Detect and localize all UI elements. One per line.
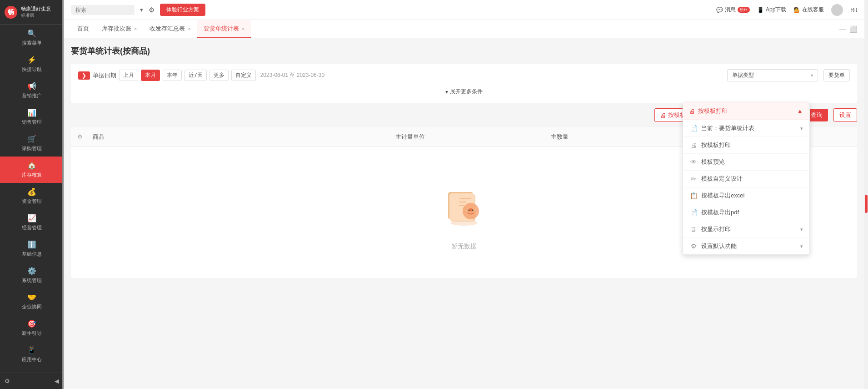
system-icon: ⚙️ bbox=[27, 267, 36, 275]
app-download-button[interactable]: 📱 App下载 bbox=[757, 6, 786, 14]
svg-point-7 bbox=[472, 210, 474, 211]
maximize-window-btn[interactable]: ⬜ bbox=[849, 25, 857, 33]
date-btn-this-year[interactable]: 本年 bbox=[163, 70, 182, 81]
topbar-gear-icon[interactable]: ⚙ bbox=[149, 6, 155, 14]
sidebar-item-operation[interactable]: 📈 经营管理 bbox=[0, 209, 64, 236]
template-print-dropdown: 🖨 按模板打印 ▲ 📄 当前：要货单统计表 ▾ 🖨 按模板打印 👁 模板预览 ✏ bbox=[683, 102, 810, 255]
tab-order-stats[interactable]: 要货单统计表 × bbox=[197, 20, 251, 38]
expand-left-btn[interactable]: ❯ bbox=[78, 71, 90, 80]
inventory-icon: 🏠 bbox=[27, 161, 36, 170]
dropdown-setting-icon: ⚙ bbox=[689, 242, 698, 250]
dropdown-item-template-design[interactable]: ✏ 模板自定义设计 bbox=[683, 171, 809, 187]
dropdown-item-export-pdf[interactable]: 📄 按模板导出pdf bbox=[683, 204, 809, 221]
newbie-icon: 🎯 bbox=[27, 319, 36, 328]
sidebar-item-appstore[interactable]: 📱 应用中心 bbox=[0, 341, 64, 368]
finance-icon: 💰 bbox=[27, 187, 36, 196]
tab-close-order-stats[interactable]: × bbox=[242, 26, 244, 31]
svg-point-6 bbox=[469, 210, 470, 211]
appstore-icon: 📱 bbox=[27, 346, 36, 354]
filter-row-1: ❯ 单据日期 上月 本月 本年 近7天 更多 自定义 2023-06-01 至 … bbox=[78, 69, 850, 81]
dropdown-item-default-setting[interactable]: ⚙ 设置默认功能 ▾ bbox=[683, 238, 809, 254]
settings-footer-icon[interactable]: ⚙ bbox=[5, 378, 10, 384]
date-btn-more[interactable]: 更多 bbox=[210, 70, 229, 81]
basic-icon: ℹ️ bbox=[27, 240, 36, 249]
expand-row: ▾ 展开更多条件 bbox=[78, 86, 850, 97]
page-area: 要货单统计表(按商品) ❯ 单据日期 上月 本月 本年 近7天 更多 自定义 2… bbox=[64, 38, 864, 389]
filter-bar: ❯ 单据日期 上月 本月 本年 近7天 更多 自定义 2023-06-01 至 … bbox=[71, 64, 857, 103]
dropdown-item-export-excel[interactable]: 📋 按模板导出excel bbox=[683, 187, 809, 204]
sidebar-item-system[interactable]: ⚙️ 系统管理 bbox=[0, 262, 64, 288]
dropdown-display-icon: 🖥 bbox=[689, 226, 698, 233]
sidebar-item-purchase[interactable]: 🛒 采购管理 bbox=[0, 130, 64, 157]
minimize-window-btn[interactable]: — bbox=[839, 25, 846, 33]
user-avatar[interactable] bbox=[831, 4, 843, 16]
main-content: ▾ ⚙ 体验行业方案 💬 消息 99+ 📱 App下载 💁 在线客服 Rit 首… bbox=[64, 0, 864, 389]
date-btn-this-month[interactable]: 本月 bbox=[141, 70, 160, 81]
dropdown-preview-icon: 👁 bbox=[689, 158, 698, 166]
dropdown-design-icon: ✏ bbox=[689, 175, 698, 182]
search-icon: 🔍 bbox=[27, 29, 36, 38]
sidebar-item-newbie[interactable]: 🎯 新手引导 bbox=[0, 315, 64, 341]
dropdown-pdf-icon: 📄 bbox=[689, 209, 698, 216]
type-filter-select[interactable]: 单据类型 ▾ bbox=[727, 69, 818, 81]
purchase-icon: 🛒 bbox=[27, 135, 36, 143]
dropdown-setting-arrow: ▾ bbox=[800, 243, 803, 249]
expand-more-btn[interactable]: ▾ 展开更多条件 bbox=[442, 86, 486, 97]
col-unit: 主计量单位 bbox=[392, 133, 547, 141]
dropdown-title: 🖨 按模板打印 bbox=[689, 107, 728, 115]
sidebar-item-sales[interactable]: 📊 销售管理 bbox=[0, 104, 64, 130]
search-input[interactable] bbox=[71, 5, 135, 15]
dropdown-item-template-print[interactable]: 🖨 按模板打印 bbox=[683, 137, 809, 154]
trial-button[interactable]: 体验行业方案 bbox=[160, 4, 205, 16]
type-select-arrow: ▾ bbox=[811, 73, 813, 78]
topbar: ▾ ⚙ 体验行业方案 💬 消息 99+ 📱 App下载 💁 在线客服 Rit bbox=[64, 0, 864, 20]
page-scrollbar[interactable] bbox=[864, 0, 868, 389]
date-range-display: 2023-06-01 至 2023-06-30 bbox=[260, 71, 324, 79]
sidebar-item-search[interactable]: 🔍 搜索菜单 bbox=[0, 25, 64, 51]
message-icon: 💬 bbox=[716, 7, 723, 13]
sidebar-item-basic[interactable]: ℹ️ 基础信息 bbox=[0, 236, 64, 262]
dropdown-collapse-arrow[interactable]: ▲ bbox=[797, 107, 803, 115]
sound-footer-icon[interactable]: ◀ bbox=[55, 378, 59, 384]
dropdown-current-arrow: ▾ bbox=[800, 126, 803, 131]
sidebar-item-enterprise[interactable]: 🤝 企业协同 bbox=[0, 288, 64, 315]
topbar-right: 💬 消息 99+ 📱 App下载 💁 在线客服 Rit bbox=[716, 4, 857, 16]
dropdown-print-icon: 🖨 bbox=[689, 108, 695, 115]
online-service-button[interactable]: 💁 在线客服 bbox=[793, 6, 824, 14]
sidebar-item-shortcut[interactable]: ⚡ 快捷导航 bbox=[0, 51, 64, 77]
sidebar-item-finance[interactable]: 💰 资金管理 bbox=[0, 183, 64, 209]
sidebar-item-marketing[interactable]: 📢 营销推广 bbox=[0, 77, 64, 104]
extra-filter-input[interactable]: 要货单 bbox=[823, 69, 850, 81]
tab-home[interactable]: 首页 bbox=[71, 20, 95, 38]
sales-icon: 📊 bbox=[27, 108, 36, 117]
table-column-settings-icon[interactable]: ⚙ bbox=[71, 133, 89, 140]
dropdown-item-template-preview[interactable]: 👁 模板预览 bbox=[683, 154, 809, 171]
tab-receipt[interactable]: 收发存汇总表 × bbox=[143, 20, 197, 38]
operation-icon: 📈 bbox=[27, 214, 36, 222]
service-icon: 💁 bbox=[793, 7, 800, 13]
tab-close-batch[interactable]: × bbox=[134, 26, 137, 31]
sidebar-item-wechat[interactable]: 💬 企业微信 bbox=[0, 368, 64, 373]
app-name: 畅康通好生意 标准版 bbox=[21, 5, 51, 19]
messages-button[interactable]: 💬 消息 99+ bbox=[716, 6, 750, 14]
tab-close-receipt[interactable]: × bbox=[188, 26, 190, 31]
sidebar-footer: ⚙ ◀ bbox=[0, 373, 64, 389]
dropdown-current-icon: 📄 bbox=[689, 125, 698, 132]
template-print-icon: 🖨 bbox=[660, 112, 666, 119]
expand-icon: ▾ bbox=[445, 89, 448, 95]
topbar-dropdown-arrow[interactable]: ▾ bbox=[140, 6, 143, 13]
settings-btn[interactable]: 设置 bbox=[833, 108, 857, 122]
date-filter-group: ❯ 单据日期 上月 本月 本年 近7天 更多 自定义 2023-06-01 至 … bbox=[78, 70, 324, 81]
dropdown-tprint-icon: 🖨 bbox=[689, 141, 698, 149]
dropdown-display-arrow: ▾ bbox=[800, 227, 803, 232]
dropdown-item-current[interactable]: 📄 当前：要货单统计表 ▾ bbox=[683, 120, 809, 137]
date-filter-label: 单据日期 bbox=[93, 71, 116, 80]
date-btn-7days[interactable]: 近7天 bbox=[185, 70, 207, 81]
sidebar-item-inventory[interactable]: 🏠 库存核算 bbox=[0, 157, 64, 183]
date-btn-custom[interactable]: 自定义 bbox=[231, 70, 256, 81]
date-btn-last-month[interactable]: 上月 bbox=[119, 70, 138, 81]
app-logo-icon: 畅 bbox=[5, 6, 17, 19]
tab-batch[interactable]: 库存批次账 × bbox=[95, 20, 143, 38]
enterprise-icon: 🤝 bbox=[27, 293, 36, 302]
dropdown-item-display-print[interactable]: 🖥 按显示打印 ▾ bbox=[683, 221, 809, 238]
